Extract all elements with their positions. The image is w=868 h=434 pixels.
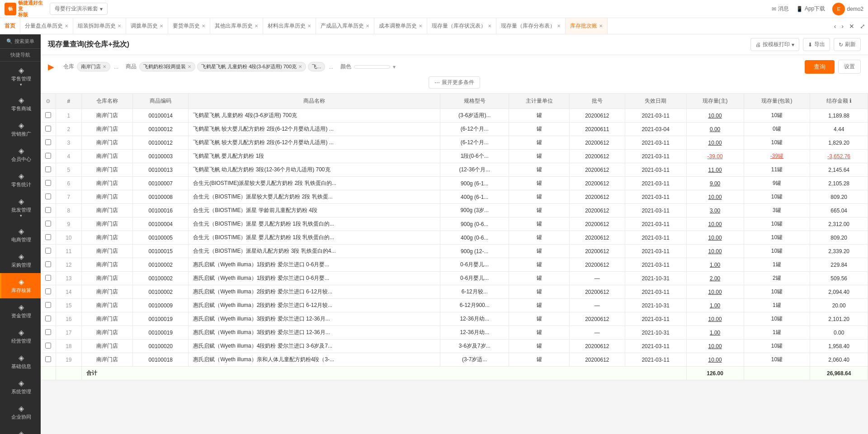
row-checkbox-14[interactable] [45, 302, 51, 308]
nav-tab-5[interactable]: 其他出库单历史✕ [210, 18, 263, 34]
cell-checkbox-17[interactable] [41, 340, 56, 353]
sidebar-item-14[interactable]: ◈ 新手引导 [0, 425, 41, 434]
cell-stock-main-17[interactable]: 10.00 [686, 340, 744, 353]
goods-tag-2[interactable]: 飞... [308, 62, 325, 71]
sidebar-item-8[interactable]: ◈ 库存核算 [0, 273, 41, 298]
sidebar-item-9[interactable]: ◈ 资金管理 [0, 298, 41, 324]
row-checkbox-8[interactable] [45, 221, 51, 226]
row-checkbox-15[interactable] [45, 316, 51, 321]
row-checkbox-5[interactable] [45, 180, 51, 186]
cell-checkbox-10[interactable] [41, 245, 56, 258]
nav-tab-close-4[interactable]: ✕ [202, 24, 205, 28]
sidebar-search[interactable]: 🔍 搜索菜单 [0, 34, 41, 49]
cell-checkbox-16[interactable] [41, 326, 56, 340]
cell-stock-main-10[interactable]: 10.00 [686, 245, 744, 258]
cell-checkbox-11[interactable] [41, 258, 56, 272]
goods-more-dots[interactable]: ... [327, 64, 335, 70]
nav-tab-close-9[interactable]: ✕ [488, 24, 491, 28]
cell-stock-main-3[interactable]: -39.00 [686, 150, 744, 163]
nav-tab-close-11[interactable]: ✕ [599, 24, 603, 28]
cell-stock-main-9[interactable]: 10.00 [686, 231, 744, 245]
row-checkbox-0[interactable] [45, 112, 51, 118]
sidebar-item-2[interactable]: ◈ 营销推广 [0, 117, 41, 142]
cell-checkbox-5[interactable] [41, 177, 56, 190]
cell-stock-main-12[interactable]: 2.00 [686, 272, 744, 285]
cell-checkbox-18[interactable] [41, 353, 56, 367]
setting-button[interactable]: 设置 [838, 60, 861, 74]
row-checkbox-10[interactable] [45, 248, 51, 254]
nav-tab-11[interactable]: 库存批次账✕ [566, 18, 608, 34]
cell-checkbox-15[interactable] [41, 312, 56, 326]
cell-checkbox-4[interactable] [41, 163, 56, 177]
nav-close-all[interactable]: ✕ [846, 23, 857, 30]
refresh-button[interactable]: ↻ 刷新 [834, 38, 861, 51]
cell-stock-main-13[interactable]: 10.00 [686, 285, 744, 299]
row-checkbox-3[interactable] [45, 153, 51, 159]
nav-tab-close-6[interactable]: ✕ [307, 24, 311, 28]
row-checkbox-2[interactable] [45, 139, 51, 145]
sidebar-item-0[interactable]: ◈ 零售管理 ▾ [0, 61, 41, 91]
row-checkbox-12[interactable] [45, 275, 51, 281]
nav-tab-9[interactable]: 现存量（库存状况表）✕ [427, 18, 496, 34]
cell-stock-main-16[interactable]: 1.00 [686, 326, 744, 340]
nav-tab-close-2[interactable]: ✕ [118, 24, 121, 28]
sidebar-item-11[interactable]: ◈ 基础信息 [0, 349, 41, 374]
nav-tab-close-1[interactable]: ✕ [65, 24, 68, 28]
row-checkbox-4[interactable] [45, 166, 51, 172]
row-checkbox-17[interactable] [45, 343, 51, 349]
row-checkbox-11[interactable] [45, 261, 51, 267]
cell-checkbox-1[interactable] [41, 123, 56, 136]
sidebar-item-7[interactable]: ◈ 采购管理 [0, 248, 41, 273]
user-menu[interactable]: E demo2 [832, 3, 863, 15]
nav-tab-close-5[interactable]: ✕ [255, 24, 258, 28]
cell-stock-main-14[interactable]: 1.00 [686, 299, 744, 312]
row-checkbox-13[interactable] [45, 288, 51, 294]
cell-checkbox-12[interactable] [41, 272, 56, 285]
cell-checkbox-8[interactable] [41, 217, 56, 231]
nav-left-arrow[interactable]: ‹ [831, 23, 839, 30]
cell-stock-main-5[interactable]: 9.00 [686, 177, 744, 190]
app-download-btn[interactable]: 📱 App下载 [796, 5, 825, 13]
nav-tab-2[interactable]: 组装拆卸单历史✕ [73, 18, 126, 34]
workspace-selector[interactable]: 母婴行业演示账套 ▾ [50, 3, 108, 15]
collapse-arrow[interactable]: ▶ [48, 62, 54, 72]
sidebar-item-12[interactable]: ◈ 系统管理 [0, 374, 41, 400]
color-input[interactable] [354, 65, 390, 69]
sidebar-item-10[interactable]: ◈ 经营管理 [0, 324, 41, 349]
nav-tab-7[interactable]: 产成品入库单历史✕ [316, 18, 374, 34]
warehouse-tag-0[interactable]: 南岸门店 ✕ [77, 62, 110, 71]
row-checkbox-18[interactable] [45, 356, 51, 362]
export-button[interactable]: ⬇ 导出 [803, 38, 830, 51]
cell-checkbox-7[interactable] [41, 204, 56, 217]
message-btn[interactable]: ✉ 消息 [772, 5, 789, 13]
row-checkbox-16[interactable] [45, 329, 51, 335]
col-settings[interactable]: ⚙ [41, 94, 56, 109]
sidebar-item-4[interactable]: ◈ 零售统计 [0, 167, 41, 193]
color-dropdown-arrow[interactable]: ▾ [393, 64, 396, 70]
warehouse-more-dots[interactable]: ... [112, 64, 120, 70]
warehouse-tag-remove-0[interactable]: ✕ [103, 64, 106, 69]
goods-tag-1[interactable]: 飞鹤星飞帆 儿童奶粉 4段(3-6岁适用) 700克 ✕ [197, 62, 306, 71]
nav-tab-6[interactable]: 材料出库单历史✕ [263, 18, 316, 34]
row-checkbox-7[interactable] [45, 207, 51, 213]
nav-tab-1[interactable]: 分量盘点单历史✕ [20, 18, 73, 34]
nav-tab-3[interactable]: 调拨单历史✕ [126, 18, 168, 34]
nav-tab-4[interactable]: 要货单历史✕ [168, 18, 210, 34]
cell-checkbox-0[interactable] [41, 109, 56, 123]
row-checkbox-6[interactable] [45, 193, 51, 199]
sidebar-item-5[interactable]: ◈ 批发管理 ▾ [0, 193, 41, 222]
nav-fullscreen[interactable]: ⤢ [857, 23, 868, 30]
cell-stock-main-2[interactable]: 10.00 [686, 136, 744, 150]
cell-checkbox-13[interactable] [41, 285, 56, 299]
goods-tag-0[interactable]: 飞鹤奶粉3段两提装 ✕ [139, 62, 195, 71]
cell-stock-main-11[interactable]: 1.00 [686, 258, 744, 272]
nav-right-arrow[interactable]: › [839, 23, 846, 30]
cell-stock-main-4[interactable]: 11.00 [686, 163, 744, 177]
row-checkbox-1[interactable] [45, 126, 51, 132]
goods-tag-remove-0[interactable]: ✕ [188, 64, 191, 69]
cell-checkbox-2[interactable] [41, 136, 56, 150]
cell-checkbox-6[interactable] [41, 190, 56, 204]
nav-tab-close-10[interactable]: ✕ [557, 24, 561, 28]
sidebar-item-3[interactable]: ◈ 会员中心 [0, 142, 41, 167]
cell-stock-main-0[interactable]: 10.00 [686, 109, 744, 123]
